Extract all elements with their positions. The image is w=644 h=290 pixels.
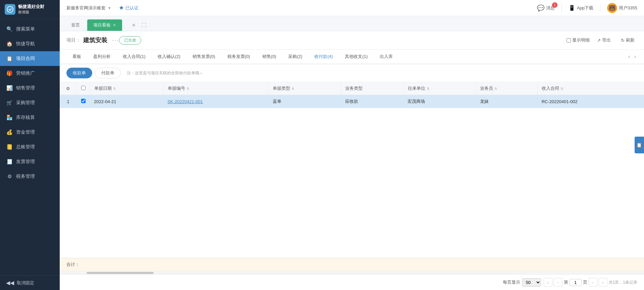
export-button[interactable]: ↗ 导出: [594, 36, 613, 45]
first-page-button[interactable]: «: [544, 278, 552, 287]
sub-tab-income-contract[interactable]: 收入合同(1): [117, 50, 152, 64]
page-input[interactable]: [570, 279, 582, 286]
user-menu-button[interactable]: 🐻 用户3355: [607, 3, 637, 13]
sub-tab-nav: ‹ ›: [627, 52, 637, 61]
sub-tab-sales-invoice[interactable]: 销售发票(0): [186, 50, 221, 64]
th-checkbox[interactable]: [76, 82, 90, 95]
sort-icon: ⇅: [427, 87, 429, 90]
hscroll-thumb[interactable]: [87, 272, 154, 274]
th-type[interactable]: 单据类型⇅: [269, 82, 341, 95]
show-detail-checkbox[interactable]: [567, 38, 571, 43]
quick-nav-icon: 🏠: [6, 41, 13, 47]
sub-tab-in-out[interactable]: 出入库: [374, 50, 399, 64]
sales-icon: 📊: [6, 85, 13, 91]
sidebar-item-project-contract[interactable]: 📋 项目合同: [0, 51, 60, 66]
sidebar-item-ledger[interactable]: 📒 总账管理: [0, 140, 60, 154]
last-page-button[interactable]: »: [599, 278, 607, 287]
tab-project-board-label: 项目看板: [93, 22, 111, 28]
chevron-down-icon: ▼: [108, 6, 111, 10]
account-selector[interactable]: 新服务官网演示账套 ▼: [66, 5, 111, 11]
sidebar-item-quick-nav[interactable]: 🏠 快捷导航: [0, 37, 60, 51]
th-salesperson[interactable]: 业务员⇅: [476, 82, 538, 95]
sort-icon: ⇅: [291, 87, 294, 90]
th-date[interactable]: 单据日期⇅: [90, 82, 163, 95]
sub-tab-kanban[interactable]: 看板: [66, 50, 87, 64]
maximize-window-button[interactable]: ⛶: [140, 21, 148, 29]
select-all-checkbox[interactable]: [81, 86, 86, 90]
message-button[interactable]: 💬 1 消息: [537, 4, 555, 12]
sub-tab-purchase[interactable]: 采购(2): [282, 50, 308, 64]
sub-tab-tax-invoice[interactable]: 税务发票(0): [221, 50, 256, 64]
th-code[interactable]: 单据编号⇅: [163, 82, 269, 95]
th-settings[interactable]: ⚙: [60, 82, 76, 95]
row-code-link[interactable]: SK-20220421-001: [167, 99, 203, 104]
receipt-toggle-button[interactable]: 收款单: [66, 68, 92, 78]
table-row[interactable]: 1 2022-04-21 SK-20220421-001 蓝单 应收款 宏茂商场…: [60, 95, 644, 108]
sub-tab-sales[interactable]: 销售(0): [256, 50, 282, 64]
message-badge: 1: [552, 2, 557, 8]
row-code[interactable]: SK-20220421-001: [163, 95, 269, 108]
refresh-button[interactable]: ↻ 刷新: [618, 36, 637, 45]
content-area: 首页 项目看板 ✕ ✕ ⛶ 项目： 建筑安装 ··· 已生效 显示明细: [60, 16, 644, 290]
invoice-icon: 🧾: [6, 158, 13, 165]
sub-tabs: 看板盈利分析收入合同(1)收入确认(2)销售发票(0)税务发票(0)销售(0)采…: [60, 50, 644, 64]
sidebar-item-label-inventory: 库存核算: [16, 115, 35, 121]
prev-page-button[interactable]: ‹: [554, 278, 562, 287]
sort-icon: ⇅: [186, 87, 189, 90]
table-area[interactable]: ⚙ 单据日期⇅ 单据编号⇅ 单据类型⇅: [60, 82, 644, 258]
project-name: 建筑安装: [83, 36, 107, 44]
topbar: 新服务官网演示账套 ▼ 已认证 💬 1 消息 📱 App下载 🐻: [60, 0, 644, 16]
project-title: 项目： 建筑安装: [66, 36, 107, 44]
sub-tab-profit[interactable]: 盈利分析: [87, 50, 117, 64]
row-checkbox-cell[interactable]: [76, 95, 90, 108]
per-page-select[interactable]: 50 20 100: [522, 278, 541, 287]
sub-tab-income-confirm[interactable]: 收入确认(2): [152, 50, 186, 64]
payment-toggle-button[interactable]: 付款单: [95, 68, 121, 78]
sidebar-item-marketing[interactable]: 🎁 营销推广: [0, 66, 60, 81]
sidebar-item-label-sales: 销售管理: [16, 85, 35, 91]
th-income-contract[interactable]: 收入合同⇅: [538, 82, 644, 95]
svg-point-0: [7, 6, 13, 12]
sidebar-item-purchase[interactable]: 🛒 采购管理: [0, 95, 60, 110]
phone-icon: 📱: [569, 5, 575, 11]
app-download-button[interactable]: 📱 App下载: [569, 5, 593, 11]
sidebar: 畅捷通好业财 标准版 🔍 搜索菜单 🏠 快捷导航 📋 项目合同 🎁 营销推广 📊…: [0, 0, 60, 290]
sidebar-unpin-button[interactable]: ◀◀ 取消固定: [0, 275, 60, 290]
refresh-icon: ↻: [621, 38, 625, 43]
sub-tab-next-icon[interactable]: ›: [633, 52, 637, 61]
purchase-icon: 🛒: [6, 99, 13, 106]
show-detail-label: 显示明细: [572, 37, 590, 43]
settings-icon[interactable]: ⚙: [66, 86, 70, 91]
ledger-icon: 📒: [6, 144, 13, 150]
tab-project-board[interactable]: 项目看板 ✕: [87, 19, 122, 31]
per-page-label: 每页显示: [503, 279, 520, 285]
tab-close-icon[interactable]: ✕: [113, 23, 116, 27]
show-detail-checkbox-label[interactable]: 显示明细: [567, 37, 590, 43]
sidebar-item-invoice[interactable]: 🧾 发票管理: [0, 154, 60, 169]
page-nav: « ‹ 第 页 › » 共1页，1条记录: [544, 278, 637, 287]
th-partner[interactable]: 往来单位⇅: [404, 82, 476, 95]
sidebar-item-inventory[interactable]: 🏪 库存核算: [0, 110, 60, 125]
sidebar-item-funds[interactable]: 💰 资金管理: [0, 125, 60, 140]
sidebar-item-label-quick-nav: 快捷导航: [16, 41, 35, 47]
row-checkbox[interactable]: [81, 99, 86, 103]
sidebar-item-label-search: 搜索菜单: [16, 26, 35, 32]
sidebar-item-tax[interactable]: ⚙ 税务管理: [0, 169, 60, 184]
sub-tab-other-expense[interactable]: 其他收支(1): [339, 50, 374, 64]
floating-action-button[interactable]: 📋: [635, 137, 644, 153]
close-window-button[interactable]: ✕: [130, 21, 138, 29]
export-icon: ↗: [597, 38, 601, 43]
topbar-right: 💬 1 消息 📱 App下载 🐻 用户3355: [537, 3, 637, 13]
sub-tab-receipt[interactable]: 收付款(4): [308, 50, 339, 64]
more-actions-button[interactable]: ···: [112, 37, 119, 44]
topbar-divider: [561, 4, 562, 12]
next-page-button[interactable]: ›: [589, 278, 597, 287]
tab-home[interactable]: 首页: [65, 19, 86, 31]
hscroll-area[interactable]: [60, 271, 644, 274]
sidebar-item-sales[interactable]: 📊 销售管理: [0, 81, 60, 95]
user-name-label: 用户3355: [619, 5, 637, 11]
topbar-divider-2: [600, 4, 600, 12]
sub-tab-prev-icon[interactable]: ‹: [627, 52, 631, 61]
sidebar-item-search[interactable]: 🔍 搜索菜单: [0, 22, 60, 37]
tab-home-label: 首页: [71, 22, 80, 28]
